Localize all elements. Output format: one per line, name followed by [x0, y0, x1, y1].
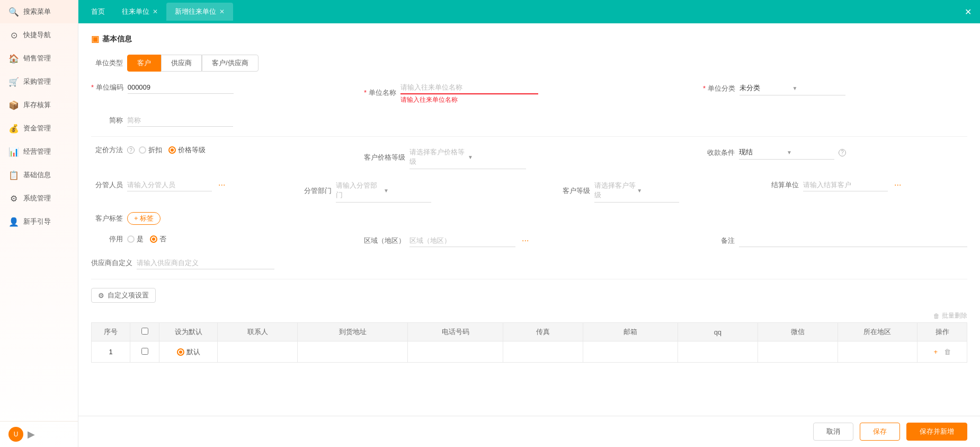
settlement-more-btn[interactable]: ··· — [892, 180, 903, 190]
table-row: 1 默认 — [92, 341, 967, 363]
row-contact-name[interactable] — [218, 341, 298, 363]
type-btn-both[interactable]: 客户/供应商 — [202, 55, 259, 72]
type-btn-customer[interactable]: 客户 — [127, 55, 161, 72]
sidebar-item-shortcut[interactable]: ⊙ 快捷导航 — [0, 23, 78, 47]
custom-settings-btn[interactable]: ⚙ 自定义项设置 — [91, 288, 156, 303]
settlement-unit-input[interactable] — [803, 179, 888, 191]
manager-row: 分管人员 ··· 分管部门 请输入分管部门 ▼ 客户等级 请选择客户等级 ▼ 结… — [91, 179, 967, 203]
col-index: 序号 — [92, 323, 130, 341]
basic-icon: 📋 — [8, 170, 19, 180]
short-name-input[interactable] — [127, 114, 233, 127]
unit-name-input[interactable] — [400, 81, 538, 94]
cancel-button[interactable]: 取消 — [813, 423, 853, 441]
settlement-unit-field: 结算单位 ··· — [767, 179, 967, 191]
department-label: 分管部门 — [300, 186, 332, 196]
supplier-custom-field: 供应商自定义 — [91, 257, 967, 269]
guide-icon: 👤 — [8, 216, 19, 227]
customer-level-select[interactable]: 请选择客户等级 ▼ — [594, 179, 679, 203]
region-field: 区域（地区） ··· — [364, 234, 694, 247]
payment-terms-field: 收款条件 现结 ▼ ? — [703, 145, 967, 160]
unit-category-select[interactable]: 未分类 ▼ — [740, 81, 845, 95]
radio-no[interactable]: 否 — [150, 234, 166, 244]
sidebar-item-operations[interactable]: 📊 经营管理 — [0, 140, 78, 163]
row-checkbox — [130, 341, 159, 363]
supplier-custom-input[interactable] — [137, 257, 274, 269]
contact-name-input[interactable] — [236, 346, 279, 358]
customer-price-select[interactable]: 请选择客户价格等级 ▼ — [409, 145, 526, 169]
save-and-new-button[interactable]: 保存并新增 — [906, 423, 967, 441]
tab-new-contact[interactable]: 新增往来单位 ✕ — [166, 3, 233, 21]
row-region[interactable] — [838, 341, 917, 363]
remarks-input[interactable] — [739, 234, 967, 247]
batch-delete-area[interactable]: 🗑 批量删除 — [91, 311, 967, 320]
col-qq: qq — [678, 323, 758, 341]
qq-input[interactable] — [697, 346, 739, 358]
row-default-circle — [177, 348, 184, 356]
sidebar-item-purchase[interactable]: 🛒 采购管理 — [0, 70, 78, 93]
row-phone[interactable] — [408, 341, 503, 363]
wechat-input[interactable] — [777, 346, 819, 358]
department-select[interactable]: 请输入分管部门 ▼ — [336, 179, 431, 203]
phone-input[interactable] — [429, 346, 482, 358]
expand-icon[interactable]: ▶ — [28, 428, 35, 440]
sidebar-item-sales[interactable]: 🏠 销售管理 — [0, 47, 78, 70]
row-fax[interactable] — [503, 341, 583, 363]
unit-code-field: 单位编码 — [91, 81, 355, 94]
row-default-radio[interactable]: 默认 — [166, 347, 211, 357]
radio-discount-circle — [139, 146, 146, 154]
tab-contacts-close[interactable]: ✕ — [153, 8, 158, 15]
fax-input[interactable] — [522, 346, 564, 358]
sidebar-item-search[interactable]: 🔍 搜索菜单 — [0, 0, 78, 23]
select-all-checkbox[interactable] — [141, 328, 148, 335]
row-email[interactable] — [583, 341, 678, 363]
save-button[interactable]: 保存 — [860, 423, 900, 441]
row-wechat[interactable] — [758, 341, 838, 363]
inventory-icon: 📦 — [8, 100, 19, 110]
section-basic-info: ▣ 基本信息 — [91, 34, 967, 44]
avatar[interactable]: U — [8, 427, 23, 442]
email-input[interactable] — [604, 346, 657, 358]
manager-more-btn[interactable]: ··· — [216, 180, 227, 190]
type-btn-supplier[interactable]: 供应商 — [161, 55, 202, 72]
payment-chevron: ▼ — [787, 150, 834, 155]
payment-terms-select[interactable]: 现结 ▼ — [739, 145, 834, 160]
sidebar-item-basic[interactable]: 📋 基础信息 — [0, 163, 78, 187]
address-input[interactable] — [321, 346, 385, 358]
radio-yes-circle — [127, 235, 135, 243]
sidebar-item-guide[interactable]: 👤 新手引导 — [0, 210, 78, 233]
col-checkbox — [130, 323, 159, 341]
close-all-tabs[interactable]: ✕ — [960, 7, 976, 17]
manager-input[interactable] — [127, 179, 212, 191]
sidebar-item-inventory[interactable]: 📦 库存核算 — [0, 93, 78, 117]
unit-code-row: 单位编码 单位名称 请输入往来单位名称 单位分类 未分类 ▼ — [91, 81, 967, 104]
unit-code-input[interactable] — [128, 81, 234, 94]
add-row-btn[interactable]: + — [934, 348, 938, 356]
region-input[interactable] — [409, 234, 515, 247]
sidebar-bottom: U ▶ — [0, 421, 78, 447]
tab-contacts[interactable]: 往来单位 ✕ — [113, 3, 166, 21]
payment-help-icon[interactable]: ? — [839, 149, 846, 156]
radio-discount[interactable]: 折扣 — [139, 145, 162, 155]
sidebar-item-system[interactable]: ⚙ 系统管理 — [0, 187, 78, 210]
tab-new-contact-close[interactable]: ✕ — [219, 8, 225, 15]
col-email: 邮箱 — [583, 323, 678, 341]
remarks-label: 备注 — [703, 236, 735, 246]
sidebar-item-finance[interactable]: 💰 资金管理 — [0, 117, 78, 140]
pricing-help-icon[interactable]: ? — [127, 146, 135, 154]
delete-row-btn[interactable]: 🗑 — [944, 348, 951, 356]
tags-field: 客户标签 + 标签 — [91, 212, 967, 225]
short-name-row: 简称 — [91, 114, 967, 127]
region-label: 区域（地区） — [364, 236, 405, 246]
radio-price-level[interactable]: 价格等级 — [168, 145, 206, 155]
unit-type-group: 客户 供应商 客户/供应商 — [127, 55, 259, 72]
radio-yes[interactable]: 是 — [127, 234, 144, 244]
row-select-checkbox[interactable] — [141, 348, 148, 355]
row-qq[interactable] — [678, 341, 758, 363]
row-region-input[interactable] — [856, 346, 898, 358]
disabled-radio-group: 是 否 — [127, 234, 166, 244]
region-more-btn[interactable]: ··· — [520, 236, 531, 246]
radio-no-circle — [150, 235, 157, 243]
tab-home[interactable]: 首页 — [83, 7, 113, 16]
row-address[interactable] — [298, 341, 408, 363]
add-tag-btn[interactable]: + 标签 — [127, 212, 161, 225]
